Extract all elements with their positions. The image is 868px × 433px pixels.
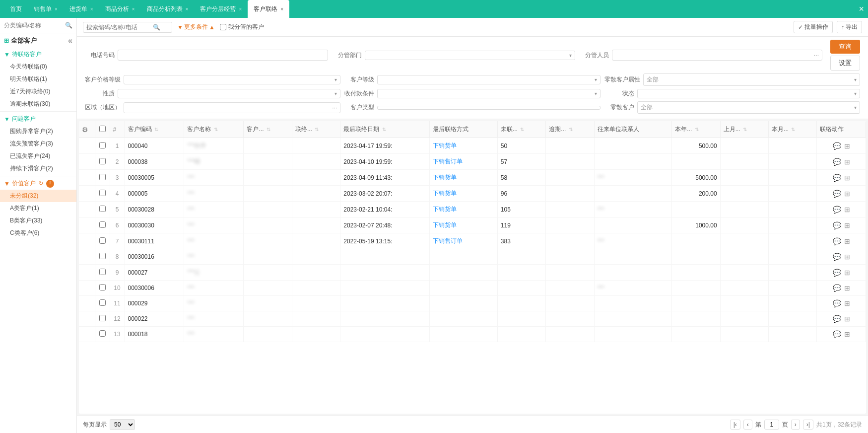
th-this-year[interactable]: 本年... ⇅ [672,121,720,138]
more-action-icon[interactable]: ⊞ [844,174,850,182]
tab-purchase[interactable]: 进货单 × [64,0,99,18]
sidebar-search-icon[interactable]: 🔍 [65,22,72,29]
query-button[interactable]: 查询 [830,40,860,54]
more-action-icon[interactable]: ⊞ [844,221,850,229]
sidebar-item-declining[interactable]: 持续下滑客户(2) [0,162,76,175]
my-customers-check[interactable] [220,24,226,30]
tab-customer-tier-close[interactable]: × [239,6,242,12]
sidebar-item-churn-warning[interactable]: 流失预警客户(3) [0,138,76,150]
tab-goods-analysis-close[interactable]: × [132,6,135,12]
th-liaison[interactable]: 往来单位联系人 [594,121,672,138]
td-checkbox[interactable] [95,249,110,265]
contact-action-icon[interactable]: 💬 [833,330,841,338]
th-name[interactable]: 客户名称 ⇅ [184,121,244,138]
sidebar-item-class-a[interactable]: A类客户(1) [0,202,76,215]
settings-icon[interactable]: ⚙ [82,126,88,134]
last-method-link[interactable]: 下销货单 [433,190,457,197]
retail-attr-select[interactable]: 全部 ▾ [643,73,860,86]
select-all-checkbox[interactable] [99,126,106,132]
more-action-icon[interactable]: ⊞ [844,158,850,166]
th-last-month[interactable]: 上月... ⇅ [720,121,768,138]
tab-customer-contact[interactable]: 客户联络 × [248,0,289,18]
prev-page-button[interactable]: ‹ [743,420,752,430]
tab-sales-close[interactable]: × [55,6,58,12]
td-checkbox[interactable] [95,154,110,170]
td-checkbox[interactable] [95,311,110,327]
sidebar-item-class-b[interactable]: B类客户(33) [0,215,76,227]
sidebar-group-problem-customers[interactable]: ▼ 问题客户 [0,113,76,125]
more-action-icon[interactable]: ⊞ [844,269,850,277]
th-code[interactable]: 客户编码 ⇅ [125,121,184,138]
payment-select[interactable]: ▾ [377,89,600,98]
contact-action-icon[interactable]: 💬 [833,206,841,214]
refresh-icon[interactable]: ↻ [39,180,43,187]
dept-select[interactable]: ▾ [365,51,575,60]
contact-action-icon[interactable]: 💬 [833,158,841,166]
td-checkbox[interactable] [95,281,110,296]
tab-sales[interactable]: 销售单 × [28,0,64,18]
last-method-link[interactable]: 下销货单 [433,221,457,228]
th-last-date[interactable]: 最后联络日期 ⇅ [340,121,429,138]
tab-goods-analysis-list[interactable]: 商品分析列表 × [141,0,195,18]
row-checkbox[interactable] [99,221,106,228]
td-checkbox[interactable] [95,233,110,249]
more-conditions-button[interactable]: ▼ 更多条件 ▲ [177,23,215,31]
row-checkbox[interactable] [99,158,106,164]
customer-level-select[interactable]: ▾ [377,75,600,84]
last-method-link[interactable]: 下销货单 [433,142,457,149]
page-number-input[interactable] [764,420,779,430]
more-action-icon[interactable]: ⊞ [844,237,850,245]
batch-ops-button[interactable]: ✓ 批量操作 [794,21,833,33]
contact-action-icon[interactable]: 💬 [833,269,841,277]
sidebar-item-today-pending[interactable]: 今天待联络(0) [0,61,76,73]
sidebar-collapse-button[interactable]: « [68,36,72,45]
contact-action-icon[interactable]: 💬 [833,142,841,150]
contact-action-icon[interactable]: 💬 [833,284,841,292]
sidebar-item-7days-pending[interactable]: 近7天待联络(0) [0,85,76,98]
th-type[interactable]: 客户... ⇅ [244,121,292,138]
person-select[interactable]: ··· [612,50,822,61]
row-checkbox[interactable] [99,269,106,275]
contact-action-icon[interactable]: 💬 [833,174,841,182]
td-checkbox[interactable] [95,296,110,311]
tab-goods-analysis-list-close[interactable]: × [186,6,189,12]
more-action-icon[interactable]: ⊞ [844,315,850,323]
sidebar-item-class-c[interactable]: C类客户(6) [0,227,76,239]
th-settings[interactable]: ⚙ [79,121,95,138]
more-action-icon[interactable]: ⊞ [844,206,850,214]
next-page-button[interactable]: › [791,420,800,430]
th-this-month[interactable]: 本月... ⇅ [769,121,817,138]
row-checkbox[interactable] [99,206,106,212]
th-contact[interactable]: 联络... ⇅ [292,121,340,138]
more-action-icon[interactable]: ⊞ [844,142,850,150]
row-checkbox[interactable] [99,174,106,180]
th-no-days[interactable]: 未联... ⇅ [497,121,545,138]
retail-customer-select[interactable]: 全部 ▾ [637,101,860,114]
tab-goods-analysis[interactable]: 商品分析 × [99,0,141,18]
row-checkbox[interactable] [99,284,106,290]
customer-type-select[interactable] [377,106,600,110]
export-button[interactable]: ↑ 导出 [837,21,862,33]
last-method-link[interactable]: 下销售订单 [433,158,463,165]
more-action-icon[interactable]: ⊞ [844,253,850,261]
search-icon[interactable]: 🔍 [153,24,160,31]
region-select[interactable]: ··· [124,102,340,113]
contact-action-icon[interactable]: 💬 [833,221,841,229]
contact-action-icon[interactable]: 💬 [833,299,841,307]
sidebar-group-value-customers[interactable]: ▼ 价值客户 ↻ ! [0,177,76,190]
row-checkbox[interactable] [99,253,106,259]
more-action-icon[interactable]: ⊞ [844,284,850,292]
phone-input[interactable] [118,50,328,61]
sidebar-item-tomorrow-pending[interactable]: 明天待联络(1) [0,73,76,85]
price-level-select[interactable]: ▾ [124,75,340,84]
row-checkbox[interactable] [99,330,106,337]
sidebar-item-churned[interactable]: 已流失客户(24) [0,150,76,162]
row-checkbox[interactable] [99,315,106,321]
tab-customer-contact-close[interactable]: × [280,6,283,12]
tab-home[interactable]: 首页 [4,0,28,18]
contact-action-icon[interactable]: 💬 [833,237,841,245]
tab-purchase-close[interactable]: × [90,6,93,12]
td-checkbox[interactable] [95,138,110,154]
first-page-button[interactable]: |‹ [730,420,740,430]
reset-button[interactable]: 设置 [830,56,860,71]
